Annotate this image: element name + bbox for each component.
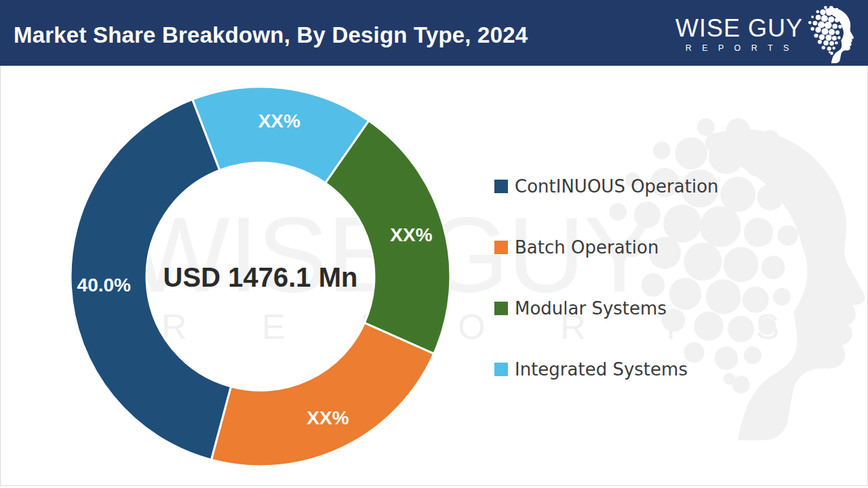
legend-label: Integrated Systems [515, 363, 688, 376]
segment-percent-label: XX% [307, 407, 349, 428]
center-value-label: USD 1476.1 Mn [163, 262, 358, 292]
legend-label: Batch Operation [515, 241, 658, 254]
legend-swatch [494, 363, 508, 376]
legend-label: ContINUOUS Operation [515, 180, 719, 193]
segment-percent-label: XX% [390, 224, 432, 245]
donut-segment [212, 323, 434, 466]
legend-swatch [494, 241, 508, 254]
legend-swatch [494, 180, 508, 193]
segment-percent-label: 40.0% [77, 274, 131, 296]
legend-item: Batch Operation [494, 241, 719, 254]
legend-item: Modular Systems [494, 302, 719, 315]
legend-swatch [494, 302, 508, 315]
legend: ContINUOUS OperationBatch OperationModul… [494, 180, 719, 376]
frame-border-left [0, 66, 1, 485]
legend-label: Modular Systems [515, 302, 667, 315]
segment-percent-label: XX% [258, 110, 300, 131]
chart-page: WISE GUY R E P O R T S Market Share Brea… [0, 0, 868, 488]
legend-item: Integrated Systems [494, 363, 719, 376]
donut-chart: XX%XX%XX%40.0% USD 1476.1 Mn [0, 0, 868, 488]
legend-item: ContINUOUS Operation [494, 180, 719, 193]
frame-border-bottom [0, 485, 868, 486]
